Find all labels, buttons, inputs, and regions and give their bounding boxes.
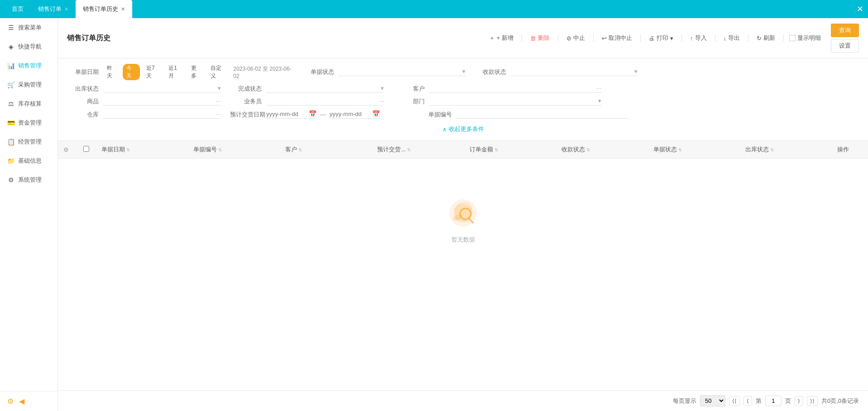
stop-button[interactable]: ⊘ 中止: [564, 32, 588, 44]
sidebar-settings-icon[interactable]: ⚙: [7, 397, 14, 406]
sidebar-item-quick-nav[interactable]: ◈ 快捷导航: [0, 37, 58, 56]
delivery-end-input[interactable]: [330, 111, 370, 117]
tab-home[interactable]: 首页: [5, 0, 31, 18]
pagination-first-button[interactable]: ⟨⟨: [729, 396, 740, 406]
filter-area: 单据日期 昨天 今天 近7天 近1月 更多 自定义 2023-06-02 至 2…: [58, 58, 868, 141]
cancel-stop-button[interactable]: ↩ 取消中止: [599, 32, 635, 44]
th-bill-status-sort[interactable]: 单据状态 ⇅: [653, 145, 734, 154]
top-bar: 首页 销售订单 ✕ 销售订单历史 ✕ ✕: [0, 0, 868, 18]
pagination-last-button[interactable]: ⟩⟩: [807, 396, 818, 406]
sidebar-item-system[interactable]: ⚙ 系统管理: [0, 170, 58, 189]
export-icon: ↓: [724, 35, 727, 42]
sidebar-item-sales-mgmt[interactable]: 📊 销售管理: [0, 56, 58, 75]
th-checkbox: [78, 141, 96, 159]
delete-button[interactable]: 🗑 删除: [528, 32, 552, 44]
th-action-label: 操作: [837, 146, 849, 153]
window-close-icon[interactable]: ✕: [857, 4, 863, 14]
sidebar-item-capital[interactable]: 💳 资金管理: [0, 113, 58, 132]
date-tag-today[interactable]: 今天: [123, 64, 139, 80]
th-date-sort[interactable]: 单据日期 ⇅: [101, 145, 182, 154]
complete-status-select[interactable]: ▾: [266, 85, 384, 93]
select-all-checkbox[interactable]: [83, 146, 89, 152]
print-dropdown-icon: ▾: [670, 35, 673, 42]
collapse-more[interactable]: ∧ 收起更多条件: [67, 123, 859, 135]
warehouse-input[interactable]: [103, 111, 213, 117]
customer-dots[interactable]: ···: [596, 85, 601, 92]
pagination-page-input[interactable]: [765, 396, 782, 406]
stop-label: 中止: [573, 34, 585, 42]
th-payment-status-sort[interactable]: 收款状态 ⇅: [561, 145, 643, 154]
delivery-end-field: 📅: [330, 110, 380, 119]
delivery-start-input[interactable]: [266, 111, 307, 117]
goods-dots[interactable]: ···: [216, 97, 221, 104]
export-button[interactable]: ↓ 导出: [721, 32, 743, 44]
bill-number-input[interactable]: [456, 111, 628, 117]
goods-input[interactable]: [103, 97, 213, 104]
action-buttons: 查询 设置: [831, 24, 859, 53]
th-amount-sort[interactable]: 订单金额 ⇅: [470, 145, 551, 154]
sidebar-item-operations[interactable]: 📋 经营管理: [0, 132, 58, 151]
th-delivery-sort[interactable]: 预计交货... ⇅: [377, 145, 458, 154]
import-button[interactable]: ↑ 导入: [687, 32, 710, 44]
th-date-sort-icon: ⇅: [126, 147, 130, 152]
salesperson-input[interactable]: [266, 97, 376, 104]
sidebar-item-inventory[interactable]: ⚖ 库存核算: [0, 94, 58, 113]
th-customer-sort[interactable]: 客户 ⇅: [285, 145, 366, 154]
tab-sales-order-history[interactable]: 销售订单历史 ✕: [76, 0, 132, 18]
th-date: 单据日期 ⇅: [96, 141, 188, 159]
delivery-start-calendar-icon[interactable]: 📅: [309, 110, 317, 117]
date-tag-custom[interactable]: 自定义: [207, 64, 229, 80]
tab-sales-order-close[interactable]: ✕: [64, 6, 68, 12]
delete-icon: 🗑: [530, 35, 536, 42]
stop-icon: ⊘: [566, 35, 571, 42]
date-tag-more[interactable]: 更多: [187, 64, 204, 80]
sidebar-item-basic-info[interactable]: 📁 基础信息: [0, 151, 58, 170]
refresh-button[interactable]: ↻ 刷新: [754, 32, 778, 44]
th-settings: ⚙: [58, 141, 78, 159]
th-number-sort[interactable]: 单据编号 ⇅: [193, 145, 274, 154]
tab-sales-order-history-close[interactable]: ✕: [121, 6, 125, 12]
th-customer: 客户 ⇅: [280, 141, 372, 159]
empty-text: 暂无数据: [451, 236, 475, 244]
display-toggle[interactable]: 显示明细: [789, 34, 821, 42]
new-button[interactable]: ＋ + 新增: [486, 32, 516, 44]
th-warehouse-out-sort[interactable]: 出库状态 ⇅: [745, 145, 826, 154]
date-tag-yesterday[interactable]: 昨天: [103, 64, 120, 80]
salesperson-dots[interactable]: ···: [379, 97, 384, 104]
pagination-next-button[interactable]: ⟩: [795, 396, 803, 406]
divider-4: [640, 34, 641, 42]
warehouse-dots[interactable]: ···: [216, 111, 221, 117]
per-page-select[interactable]: 50 10 20 100: [700, 395, 725, 406]
print-button[interactable]: 🖨 打印 ▾: [646, 32, 676, 44]
table-settings-icon[interactable]: ⚙: [63, 146, 69, 153]
query-button[interactable]: 查询: [831, 24, 859, 37]
warehouse-input-wrap: ···: [103, 111, 221, 119]
empty-cell: 暂无数据: [58, 159, 868, 280]
department-select[interactable]: ▾: [429, 97, 601, 106]
customer-input[interactable]: [429, 85, 594, 92]
delivery-end-calendar-icon[interactable]: 📅: [372, 110, 380, 117]
sidebar-item-search-menu[interactable]: ☰ 搜索菜单: [0, 18, 58, 37]
main-layout: ☰ 搜索菜单 ◈ 快捷导航 📊 销售管理 🛒 采购管理 ⚖ 库存核算 💳 资金管…: [0, 18, 868, 411]
top-bar-right: ✕: [857, 4, 863, 14]
sidebar-collapse-icon[interactable]: ◀: [19, 397, 24, 406]
date-tag-1month[interactable]: 近1月: [165, 64, 184, 80]
settings-button[interactable]: 设置: [831, 39, 859, 53]
display-checkbox[interactable]: [789, 35, 796, 41]
payment-status-select[interactable]: ▾: [511, 68, 638, 76]
sidebar-item-system-label: 系统管理: [18, 176, 42, 184]
th-date-label: 单据日期: [101, 145, 125, 154]
bill-number-label: 单据编号: [420, 111, 456, 119]
sidebar-item-purchase-mgmt[interactable]: 🛒 采购管理: [0, 75, 58, 94]
pagination-prev-button[interactable]: ⟨: [743, 396, 752, 406]
empty-state: 暂无数据: [58, 159, 868, 280]
pagination-page-label: 第: [756, 397, 762, 405]
tab-sales-order[interactable]: 销售订单 ✕: [31, 0, 76, 18]
capital-icon: 💳: [7, 119, 14, 126]
th-bill-status-label: 单据状态: [653, 145, 677, 154]
customer-label: 客户: [393, 85, 429, 93]
date-tags: 昨天 今天 近7天 近1月 更多 自定义: [103, 64, 229, 80]
warehouse-out-select[interactable]: ▾: [103, 85, 221, 93]
bill-status-select[interactable]: ▾: [339, 68, 465, 76]
date-tag-7days[interactable]: 近7天: [143, 64, 162, 80]
